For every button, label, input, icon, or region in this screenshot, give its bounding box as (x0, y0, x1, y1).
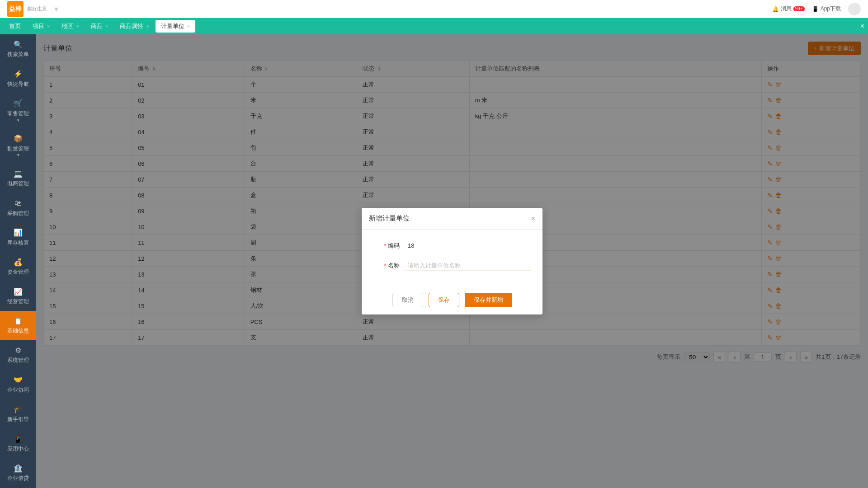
logo-sub: 趣好生意 (27, 6, 47, 12)
tab-project[interactable]: 项目 × (27, 20, 55, 33)
sidebar-item-purchase[interactable]: 🛍 采购管理 (0, 193, 36, 222)
tab-goods-attr-close[interactable]: × (146, 23, 149, 29)
modal-save-button[interactable]: 保存 (429, 293, 459, 307)
form-row-code: * 编码 (373, 240, 532, 251)
sidebar-item-newbie[interactable]: 🎓 新手引导 (0, 399, 36, 428)
sidebar-item-operations[interactable]: 📈 经营管理 (0, 282, 36, 311)
finance-icon: 💰 (2, 258, 34, 267)
ecommerce-icon: 💻 (2, 169, 34, 179)
avatar[interactable] (848, 3, 861, 15)
main-layout: 🔍 搜索菜单 ⚡ 快捷导航 🛒 零售管理 ▾ 📦 批发管理 ▾ 💻 电商管理 🛍… (0, 34, 868, 488)
content-area: 计量单位 + 新增计量单位 序号 编号 ⇅ 名称 ⇅ 状态 ⇅ 计量单位匹配的名… (36, 34, 868, 488)
sidebar-item-ecommerce[interactable]: 💻 电商管理 (0, 164, 36, 193)
sidebar-item-quick-nav[interactable]: ⚡ 快捷导航 (0, 64, 36, 93)
top-header: 益棒 趣好生意 ▾ 🔔 消息 99+ 📱 App下载 (0, 0, 868, 18)
modal-footer: 取消 保存 保存并新增 (362, 287, 542, 314)
modal-cancel-button[interactable]: 取消 (392, 293, 423, 307)
sidebar-item-inventory[interactable]: 📊 库存核算 (0, 222, 36, 252)
bell-icon: 🔔 (772, 6, 779, 12)
modal-overlay: 新增计量单位 × * 编码 * 名称 (36, 34, 868, 488)
tab-goods-label: 商品 (91, 22, 103, 30)
sidebar-item-credit[interactable]: 🏦 企业信贷 (0, 458, 36, 488)
app-center-icon: 📱 (2, 434, 34, 444)
app-download-label: App下载 (821, 5, 841, 13)
retail-icon: 🛒 (2, 99, 34, 108)
tab-goods[interactable]: 商品 × (85, 20, 113, 33)
partner-icon: 🤝 (2, 375, 34, 385)
sidebar-item-search[interactable]: 🔍 搜索菜单 (0, 34, 36, 64)
system-icon: ⚙ (2, 346, 34, 356)
tab-region[interactable]: 地区 × (56, 20, 84, 33)
download-icon: 📱 (812, 6, 819, 12)
notification-btn[interactable]: 🔔 消息 99+ (772, 5, 805, 13)
app-download-btn[interactable]: 📱 App下载 (812, 5, 841, 13)
form-code-label: * 编码 (373, 242, 400, 250)
add-measure-unit-modal: 新增计量单位 × * 编码 * 名称 (362, 208, 542, 314)
collapse-icon[interactable]: ▾ (54, 4, 58, 14)
required-star-name: * (384, 262, 386, 269)
sidebar-item-finance[interactable]: 💰 资金管理 (0, 252, 36, 282)
credit-icon: 🏦 (2, 464, 34, 474)
sidebar-item-base-info[interactable]: 📋 基础信息 (0, 311, 36, 340)
tab-home-label: 首页 (9, 22, 21, 30)
newbie-icon: 🎓 (2, 404, 34, 414)
modal-body: * 编码 * 名称 (362, 230, 542, 287)
sidebar-item-partner[interactable]: 🤝 企业协同 (0, 370, 36, 399)
tab-goods-close[interactable]: × (105, 23, 108, 29)
tab-region-close[interactable]: × (76, 23, 79, 29)
base-info-icon: 📋 (2, 316, 34, 326)
modal-name-input[interactable] (405, 260, 532, 271)
tab-goods-attr[interactable]: 商品属性 × (114, 20, 154, 33)
modal-title: 新增计量单位 (369, 214, 410, 223)
tab-measure-unit-close[interactable]: × (187, 23, 190, 29)
tab-goods-attr-label: 商品属性 (120, 22, 143, 30)
sidebar-item-wholesale[interactable]: 📦 批发管理 ▾ (0, 128, 36, 164)
form-name-label: * 名称 (373, 262, 400, 270)
wholesale-icon: 📦 (2, 134, 34, 144)
search-icon: 🔍 (2, 40, 34, 50)
retail-arrow: ▾ (2, 117, 34, 123)
sidebar-item-system[interactable]: ⚙ 系统管理 (0, 340, 36, 370)
tab-region-label: 地区 (61, 22, 73, 30)
required-star: * (384, 242, 386, 249)
sidebar-item-retail[interactable]: 🛒 零售管理 ▾ (0, 93, 36, 128)
purchase-icon: 🛍 (2, 198, 34, 208)
sidebar: 🔍 搜索菜单 ⚡ 快捷导航 🛒 零售管理 ▾ 📦 批发管理 ▾ 💻 电商管理 🛍… (0, 34, 36, 488)
notification-label: 消息 (781, 5, 792, 13)
modal-code-input[interactable] (405, 240, 532, 251)
wholesale-arrow: ▾ (2, 152, 34, 158)
form-row-name: * 名称 (373, 260, 532, 271)
operations-icon: 📈 (2, 287, 34, 297)
tab-project-label: 项目 (33, 22, 44, 30)
tab-home[interactable]: 首页 (4, 20, 26, 33)
logo-icon: 益棒 (7, 1, 24, 17)
quick-nav-icon: ⚡ (2, 69, 34, 79)
header-right: 🔔 消息 99+ 📱 App下载 (772, 3, 861, 15)
tab-measure-unit[interactable]: 计量单位 × (156, 20, 195, 33)
logo-area: 益棒 趣好生意 ▾ (7, 1, 58, 17)
close-all-tabs[interactable]: × (860, 22, 864, 30)
tab-measure-unit-label: 计量单位 (161, 22, 184, 30)
tab-project-close[interactable]: × (47, 23, 50, 29)
sidebar-item-app-center[interactable]: 📱 应用中心 (0, 429, 36, 458)
modal-header: 新增计量单位 × (362, 208, 542, 230)
notification-badge: 99+ (793, 6, 805, 11)
modal-save-new-button[interactable]: 保存并新增 (465, 293, 512, 307)
modal-close-button[interactable]: × (531, 215, 535, 223)
tab-bar: 首页 项目 × 地区 × 商品 × 商品属性 × 计量单位 × × (0, 18, 868, 34)
inventory-icon: 📊 (2, 228, 34, 238)
